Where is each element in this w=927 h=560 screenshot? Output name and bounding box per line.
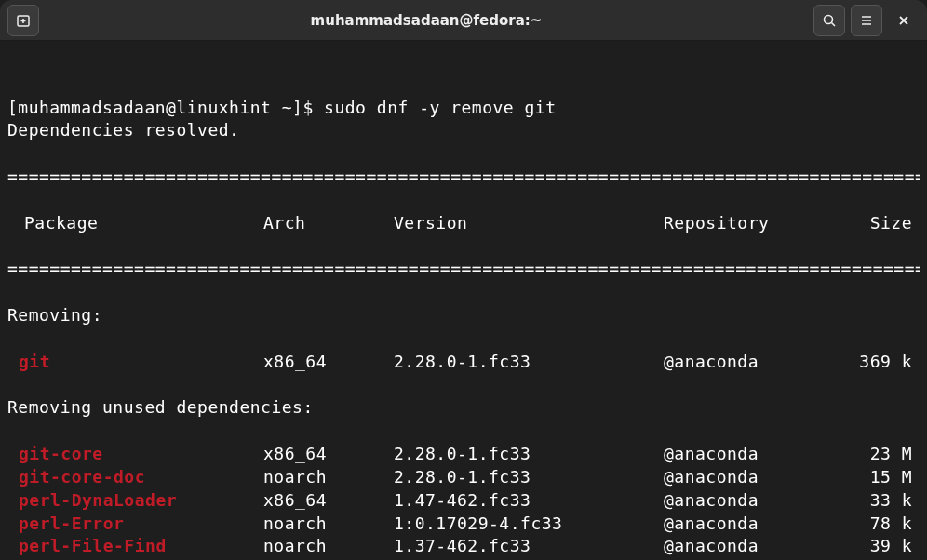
svg-line-4	[832, 22, 836, 26]
pkg-version: 2.28.0-1.fc33	[394, 351, 664, 374]
close-icon	[897, 14, 910, 27]
close-button[interactable]	[888, 5, 920, 36]
search-button[interactable]	[813, 5, 845, 36]
pkg-size: 78 k	[822, 513, 920, 536]
hdr-arch: Arch	[263, 212, 394, 235]
new-tab-button[interactable]	[7, 5, 39, 36]
pkg-arch: x86_64	[263, 351, 394, 374]
pkg-version: 2.28.0-1.fc33	[394, 443, 664, 466]
pkg-version: 1.37-462.fc33	[394, 535, 664, 558]
pkg-size: 39 k	[822, 535, 920, 558]
hdr-size: Size	[822, 212, 920, 235]
titlebar-right	[813, 5, 920, 36]
pkg-version: 1:0.17029-4.fc33	[394, 513, 664, 536]
deps-resolved: Dependencies resolved.	[7, 119, 920, 142]
menu-button[interactable]	[851, 5, 882, 36]
terminal-content[interactable]: [muhammadsadaan@linuxhint ~]$ sudo dnf -…	[0, 41, 927, 560]
unused-label: Removing unused dependencies:	[7, 396, 920, 420]
pkg-repo: @anaconda	[664, 513, 822, 536]
unused-rows: git-corex86_642.28.0-1.fc33@anaconda23 M…	[7, 443, 920, 560]
pkg-arch: noarch	[263, 535, 394, 558]
removing-rows: gitx86_642.28.0-1.fc33@anaconda369 k	[7, 351, 920, 374]
pkg-name: perl-DynaLoader	[7, 489, 263, 513]
titlebar-left	[7, 5, 39, 36]
pkg-repo: @anaconda	[664, 466, 822, 489]
pkg-name: git-core	[7, 443, 263, 466]
pkg-name: git	[7, 351, 263, 374]
search-icon	[822, 13, 837, 28]
table-row: perl-File-Findnoarch1.37-462.fc33@anacon…	[7, 535, 920, 558]
pkg-version: 2.28.0-1.fc33	[394, 466, 664, 489]
hamburger-icon	[859, 13, 874, 28]
pkg-arch: noarch	[263, 466, 394, 489]
pkg-arch: noarch	[263, 513, 394, 536]
pkg-arch: x86_64	[263, 443, 394, 466]
table-row: gitx86_642.28.0-1.fc33@anaconda369 k	[7, 351, 920, 374]
pkg-repo: @anaconda	[664, 443, 822, 466]
table-row: git-core-docnoarch2.28.0-1.fc33@anaconda…	[7, 466, 920, 489]
hdr-version: Version	[394, 212, 664, 235]
pkg-size: 23 M	[822, 443, 920, 466]
pkg-repo: @anaconda	[664, 535, 822, 558]
pkg-size: 369 k	[822, 351, 920, 374]
pkg-arch: x86_64	[263, 489, 394, 513]
divider-top: ========================================…	[7, 166, 920, 189]
window-title: muhammadsadaan@fedora:~	[39, 12, 813, 29]
pkg-repo: @anaconda	[664, 351, 822, 374]
table-header: PackageArchVersionRepositorySize	[7, 212, 920, 235]
prompt: [muhammadsadaan@linuxhint ~]$	[7, 98, 324, 117]
svg-point-3	[825, 15, 833, 23]
removing-label: Removing:	[7, 304, 920, 327]
pkg-name: perl-File-Find	[7, 535, 263, 558]
command: sudo dnf -y remove git	[324, 98, 556, 117]
table-row: perl-Errornoarch1:0.17029-4.fc33@anacond…	[7, 513, 920, 536]
pkg-version: 1.47-462.fc33	[394, 489, 664, 513]
pkg-size: 15 M	[822, 466, 920, 489]
new-tab-icon	[16, 13, 31, 28]
table-row: perl-DynaLoaderx86_641.47-462.fc33@anaco…	[7, 489, 920, 513]
hdr-package: Package	[7, 212, 263, 235]
hdr-repo: Repository	[664, 212, 822, 235]
titlebar: muhammadsadaan@fedora:~	[0, 0, 927, 41]
table-row: git-corex86_642.28.0-1.fc33@anaconda23 M	[7, 443, 920, 466]
divider-mid: ========================================…	[7, 258, 920, 281]
pkg-name: git-core-doc	[7, 466, 263, 489]
half-line	[7, 68, 920, 73]
pkg-repo: @anaconda	[664, 489, 822, 513]
pkg-size: 33 k	[822, 489, 920, 513]
pkg-name: perl-Error	[7, 513, 263, 536]
